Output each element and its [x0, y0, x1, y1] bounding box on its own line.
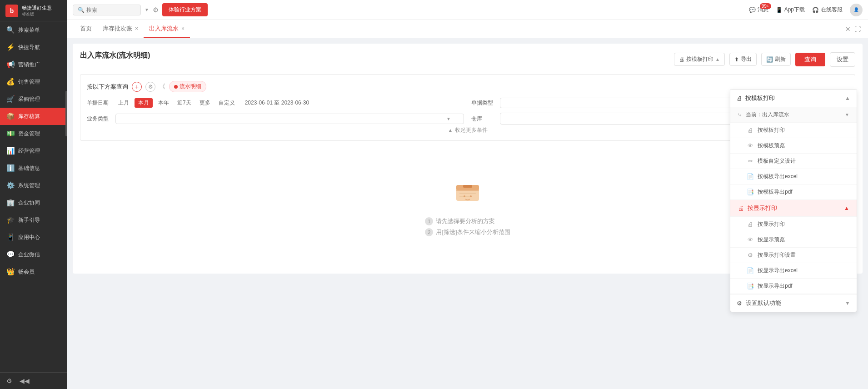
refresh-label: 刷新	[775, 55, 786, 63]
dropdown-header: 🖨 按模板打印 ▲	[730, 90, 857, 107]
search-input[interactable]	[86, 7, 136, 13]
sidebar-item-system[interactable]: ⚙️ 系统管理	[0, 177, 67, 194]
collapse-sidebar-icon[interactable]: ◀◀	[20, 377, 30, 384]
megaphone-icon: 📢	[6, 60, 15, 69]
print-button[interactable]: 🖨 按模板打印 ▲	[674, 53, 725, 66]
collapse-up-icon: ▲	[448, 127, 453, 134]
tab-flow-close[interactable]: ×	[181, 25, 185, 32]
filter-add-button[interactable]: +	[132, 82, 142, 92]
sidebar-item-search[interactable]: 🔍 搜索菜单	[0, 21, 67, 39]
sidebar-item-label: 应用中心	[18, 234, 40, 241]
sidebar-item-marketing[interactable]: 📢 营销推广	[0, 56, 67, 73]
sidebar-item-finance[interactable]: 💵 资金管理	[0, 125, 67, 142]
date-opt-7days[interactable]: 近7天	[175, 98, 194, 108]
sidebar-item-purchase[interactable]: 🛒 采购管理	[0, 90, 67, 108]
refresh-button[interactable]: 🔄 刷新	[761, 53, 791, 66]
dropdown-current-template[interactable]: ⤷ 当前：出入库流水 ▼	[730, 107, 857, 123]
headset-icon: 🎧	[812, 7, 819, 13]
tab-flow[interactable]: 出入库流水 ×	[144, 20, 190, 38]
filter-label: 按以下方案查询	[87, 83, 128, 91]
wallet-icon: 💵	[6, 130, 15, 138]
dropdown-item-display-print-settings[interactable]: ⚙ 按显示打印设置	[730, 248, 857, 263]
online-service-action[interactable]: 🎧 在线客服	[812, 6, 843, 14]
content-wrapper: 出入库流水(流水明细) 🖨 按模板打印 ▲ ⬆ 导出 🔄	[73, 44, 863, 274]
print-chevron-icon: ▲	[715, 57, 720, 62]
page-header-row: 出入库流水(流水明细) 🖨 按模板打印 ▲ ⬆ 导出 🔄	[80, 51, 855, 68]
collapse-label: 收起更多条件	[455, 126, 488, 134]
dropdown-item-template-preview[interactable]: 👁 按模板预览	[730, 138, 857, 154]
sidebar-item-inventory[interactable]: 📦 库存核算	[0, 108, 67, 125]
sidebar-item-appstore[interactable]: 📱 应用中心	[0, 229, 67, 246]
tab-home[interactable]: 首页	[75, 20, 97, 38]
date-opt-more[interactable]: 更多	[197, 98, 213, 108]
maximize-icon[interactable]: ⛶	[854, 25, 861, 33]
print-label: 按模板打印	[686, 55, 713, 63]
date-opt-this-month[interactable]: 本月	[135, 98, 153, 108]
date-opt-custom[interactable]: 自定义	[216, 98, 238, 108]
sidebar-item-sales[interactable]: 💰 销售管理	[0, 73, 67, 90]
current-chevron-icon: ▼	[845, 112, 849, 117]
query-button[interactable]: 查询	[795, 53, 825, 66]
sidebar-item-label: 新手引导	[18, 216, 40, 224]
date-range-value: 2023-06-01 至 2023-06-30	[245, 99, 309, 107]
settings-button[interactable]: 设置	[830, 52, 855, 67]
filter-collapse-icon[interactable]: 《	[159, 83, 165, 91]
user-avatar[interactable]: 👤	[850, 4, 863, 16]
dropdown-item-template-design[interactable]: ✏ 模板自定义设计	[730, 154, 857, 169]
dropdown-item-display-excel[interactable]: 📄 按显示导出excel	[730, 263, 857, 279]
template-print-label: 按模板打印	[758, 126, 785, 134]
info-icon: ℹ️	[6, 164, 15, 172]
dropdown-printer-icon: 🖨	[737, 95, 743, 102]
sidebar-item-operations[interactable]: 📊 经营管理	[0, 142, 67, 160]
settings-icon[interactable]: ⚙	[6, 377, 12, 384]
sidebar-item-quick-nav[interactable]: ⚡ 快捷导航	[0, 39, 67, 56]
header-actions: 💬 消息 99+ 📱 App下载 🎧 在线客服 👤	[749, 4, 863, 16]
filter-tag[interactable]: 流水明细	[169, 81, 206, 92]
filter-settings-button[interactable]: ⚙	[145, 82, 155, 92]
header-gear-icon[interactable]: ⚙	[153, 6, 159, 14]
export-button[interactable]: ⬆ 导出	[729, 53, 757, 66]
sidebar-item-basic[interactable]: ℹ️ 基础信息	[0, 160, 67, 177]
search-chevron-icon: ▼	[145, 7, 149, 12]
sidebar-item-enterprise[interactable]: 🏢 企业协同	[0, 194, 67, 211]
app-download-action[interactable]: 📱 App下载	[776, 6, 805, 14]
date-field: 单据日期 上月 本月 本年 近7天 更多 自定义 2023-06-01 至 20…	[87, 98, 464, 108]
tab-home-label: 首页	[80, 25, 92, 33]
chat-icon: 💬	[6, 250, 15, 259]
chart-icon: 📊	[6, 147, 15, 155]
dropdown-title: 🖨 按模板打印	[737, 94, 775, 102]
display-print-item-label: 按显示打印	[758, 220, 785, 228]
message-badge: 99+	[760, 3, 771, 9]
dropdown-header-arrow[interactable]: ▲	[845, 95, 850, 101]
date-opt-this-year[interactable]: 本年	[155, 98, 172, 108]
sidebar-item-label: 营销推广	[18, 61, 40, 69]
collapse-button[interactable]: ▲ 收起更多条件	[448, 126, 488, 134]
search-box[interactable]: 🔍	[73, 5, 141, 15]
svg-point-6	[464, 195, 465, 197]
dropdown-item-display-pdf[interactable]: 📑 按显示导出pdf	[730, 279, 857, 294]
dropdown-footer[interactable]: ⚙ 设置默认功能 ▼	[730, 294, 857, 312]
dropdown-item-template-excel[interactable]: 📄 按模板导出excel	[730, 169, 857, 185]
tab-batch-close[interactable]: ×	[135, 25, 138, 32]
dropdown-item-template-pdf[interactable]: 📑 按模板导出pdf	[730, 185, 857, 200]
tab-batch[interactable]: 库存批次账 ×	[97, 20, 144, 38]
sidebar-item-newbie[interactable]: 🎓 新手引导	[0, 211, 67, 229]
message-action[interactable]: 💬 消息 99+	[749, 6, 768, 14]
display-print-section[interactable]: 🖨 按显示打印 ▲	[730, 200, 857, 217]
footer-content: ⚙ 设置默认功能	[737, 299, 781, 307]
sidebar-item-member[interactable]: 👑 畅会员	[0, 263, 67, 280]
dropdown-item-display-preview[interactable]: 👁 按显示预览	[730, 232, 857, 248]
app-download-label: App下载	[784, 6, 805, 14]
top-header: 🔍 ▼ ⚙ 体验行业方案 💬 消息 99+ 📱 App下载 🎧 在线客服 👤	[67, 0, 868, 20]
dropdown-item-template-print[interactable]: 🖨 按模板打印	[730, 123, 857, 138]
dropdown-item-display-print[interactable]: 🖨 按显示打印	[730, 217, 857, 232]
print-dropdown-panel: 🖨 按模板打印 ▲ ⤷ 当前：出入库流水 ▼ 🖨 按模板打印	[730, 89, 857, 312]
box-icon: 📦	[6, 112, 15, 120]
trial-button[interactable]: 体验行业方案	[162, 3, 208, 16]
close-window-icon[interactable]: ✕	[845, 25, 851, 33]
biz-type-select[interactable]: ▼	[115, 114, 464, 124]
display-preview-label: 按显示预览	[758, 236, 785, 244]
date-opt-last-month[interactable]: 上月	[115, 98, 132, 108]
sidebar-item-wechat[interactable]: 💬 企业微信	[0, 246, 67, 263]
sidebar-item-label: 企业协同	[18, 199, 40, 207]
